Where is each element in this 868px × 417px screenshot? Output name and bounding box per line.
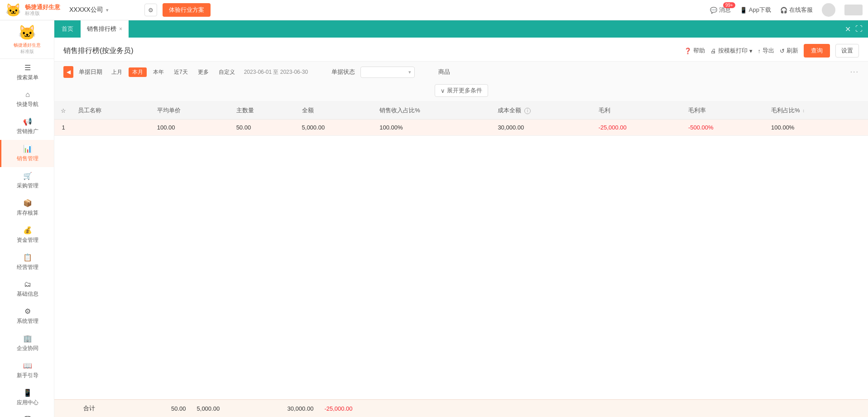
collapse-filter-button[interactable]: ◀ — [63, 66, 73, 78]
status-select[interactable] — [360, 67, 415, 78]
col-name: 员工名称 — [72, 102, 152, 120]
col-amount: 全额 — [297, 102, 374, 120]
goods-filter-label: 商品 — [438, 68, 450, 76]
date-tab-this-year[interactable]: 本年 — [149, 67, 168, 77]
chevron-down-expand-icon: ∨ — [441, 87, 445, 94]
sidebar-label-basic: 基础信息 — [17, 290, 38, 298]
sidebar-label-enterprise: 企业协同 — [17, 345, 38, 352]
tab-sales-rank-label: 销售排行榜 — [87, 25, 116, 33]
cell-gross-pct: 100.00% — [766, 120, 868, 136]
tab-sales-rank[interactable]: 销售排行榜 × — [81, 20, 129, 38]
settings-icon[interactable]: ⚙ — [144, 4, 157, 16]
sidebar-item-finance[interactable]: 💰 资金管理 — [0, 221, 54, 249]
sidebar-label-marketing: 营销推广 — [17, 128, 38, 135]
message-button[interactable]: 💬 消息 99+ — [710, 6, 731, 14]
print-icon: 🖨 — [710, 48, 716, 54]
tab-bar-right: ✕ ⛶ — [845, 25, 868, 34]
help-icon: ❓ — [684, 48, 691, 54]
cost-info-icon[interactable]: i — [524, 108, 531, 114]
cell-index: 1 — [54, 120, 72, 136]
date-tab-7days[interactable]: 近7天 — [170, 67, 192, 77]
tab-home-label: 首页 — [62, 25, 73, 33]
col-sales-pct: 销售收入占比% — [374, 102, 492, 120]
window-maximize-icon[interactable]: ⛶ — [855, 25, 863, 33]
cell-gross: -25,000.00 — [593, 120, 683, 136]
sidebar-item-basic[interactable]: 🗂 基础信息 — [0, 276, 54, 302]
app-download-button[interactable]: 📱 App下载 — [740, 6, 771, 14]
home-icon: ⌂ — [25, 91, 30, 99]
goods-more-icon[interactable]: ··· — [850, 68, 859, 76]
company-name: XXXXX公司 — [69, 6, 103, 14]
col-gross-pct: 毛利占比% ↕ — [766, 102, 868, 120]
sidebar-label-sales: 销售管理 — [17, 155, 38, 163]
sidebar-logo-text: 畅捷通好生意 — [14, 42, 41, 48]
sidebar-label-app-center: 应用中心 — [17, 399, 38, 407]
logo-icon: 🐱 — [5, 3, 21, 18]
sidebar-item-enterprise[interactable]: 🏢 企业协同 — [0, 330, 54, 357]
sidebar-logo-icon: 🐱 — [18, 24, 36, 41]
page-title: 销售排行榜(按业务员) — [63, 46, 134, 56]
query-button[interactable]: 查询 — [804, 44, 830, 58]
sidebar-item-guide[interactable]: 📖 新手引导 — [0, 357, 54, 384]
refresh-icon: ↺ — [780, 48, 785, 54]
date-tab-more[interactable]: 更多 — [194, 67, 212, 77]
date-tab-custom[interactable]: 自定义 — [215, 67, 239, 77]
trial-button[interactable]: 体验行业方案 — [163, 3, 211, 17]
date-tab-this-month[interactable]: 本月 — [129, 67, 147, 77]
sidebar-item-marketing[interactable]: 📢 营销推广 — [0, 113, 54, 140]
expand-filter-button[interactable]: ∨ 展开更多条件 — [435, 84, 488, 97]
page-header: 销售排行榜(按业务员) ❓ 帮助 🖨 按模板打印 ▾ ↑ 导出 — [54, 38, 868, 62]
online-service-button[interactable]: 🎧 在线客服 — [780, 6, 813, 14]
sidebar-label-search: 搜索菜单 — [17, 74, 38, 81]
sidebar-item-app-center[interactable]: 📱 应用中心 — [0, 384, 54, 411]
app-version: 标准版 — [25, 10, 60, 16]
help-button[interactable]: ❓ 帮助 — [684, 47, 705, 55]
sidebar-item-system[interactable]: ⚙ 系统管理 — [0, 302, 54, 330]
col-cost: 成本全额 i — [492, 102, 593, 120]
cell-sales-pct: 100.00% — [374, 120, 492, 136]
window-close-icon[interactable]: ✕ — [845, 25, 851, 34]
sidebar-item-wechat[interactable]: 💬 企业微信 — [0, 411, 54, 417]
print-chevron-icon: ▾ — [749, 48, 753, 54]
col-index: ☆ — [54, 102, 72, 120]
content-area: 首页 销售排行榜 × ✕ ⛶ 销售排行榜(按业务员) ❓ 帮助 — [54, 20, 868, 417]
top-right-actions: 💬 消息 99+ 📱 App下载 🎧 在线客服 — [710, 3, 863, 17]
export-button[interactable]: ↑ 导出 — [758, 47, 775, 55]
avatar[interactable] — [822, 3, 835, 17]
main-layout: 🐱 畅捷通好生意 标准版 ☰ 搜索菜单 ⌂ 快捷导航 📢 营销推广 📊 销售管理… — [0, 20, 868, 417]
sidebar-label-finance: 资金管理 — [17, 236, 38, 244]
tab-bar: 首页 销售排行榜 × ✕ ⛶ — [54, 20, 868, 38]
page-content: 销售排行榜(按业务员) ❓ 帮助 🖨 按模板打印 ▾ ↑ 导出 — [54, 38, 868, 417]
refresh-button[interactable]: ↺ 刷新 — [780, 47, 798, 55]
footer-amount-total: 5,000.00 — [192, 405, 237, 412]
sidebar-item-quick-nav[interactable]: ⌂ 快捷导航 — [0, 86, 54, 113]
sidebar-item-business[interactable]: 📋 经营管理 — [0, 249, 54, 276]
date-tabs: 上月 本月 本年 近7天 更多 自定义 — [108, 67, 239, 77]
footer-gross-total: -25,000.00 — [319, 405, 358, 412]
filter-area: ◀ 单据日期 上月 本月 本年 近7天 更多 自定义 2023-06-01 至 … — [54, 62, 868, 102]
sidebar-label-quick-nav: 快捷导航 — [17, 101, 38, 108]
cell-cost: 30,000.00 — [492, 120, 593, 136]
gross-pct-sort-icon[interactable]: ↕ — [802, 108, 805, 113]
tab-home[interactable]: 首页 — [54, 20, 81, 38]
sidebar: 🐱 畅捷通好生意 标准版 ☰ 搜索菜单 ⌂ 快捷导航 📢 营销推广 📊 销售管理… — [0, 20, 54, 417]
table-row: 1 100.00 50.00 5,000.00 100.00% 30,000.0… — [54, 120, 868, 136]
user-name — [844, 5, 863, 15]
sidebar-item-sales[interactable]: 📊 销售管理 — [0, 140, 54, 167]
date-range-display: 2023-06-01 至 2023-06-30 — [244, 68, 308, 76]
page-actions: ❓ 帮助 🖨 按模板打印 ▾ ↑ 导出 ↺ 刷新 — [684, 44, 859, 58]
sidebar-item-inventory[interactable]: 📦 库存核算 — [0, 194, 54, 221]
tab-close-icon[interactable]: × — [119, 26, 122, 32]
sidebar-item-search[interactable]: ☰ 搜索菜单 — [0, 59, 54, 86]
message-badge: 99+ — [723, 2, 735, 8]
col-avg-price: 平均单价 — [152, 102, 231, 120]
company-selector[interactable]: XXXXX公司 ▾ — [69, 6, 142, 14]
footer-cost-total: 30,000.00 — [282, 405, 319, 412]
data-table: ☆ 员工名称 平均单价 主数量 全额 销售收入占比% 成本全额 i — [54, 102, 868, 136]
col-qty: 主数量 — [231, 102, 297, 120]
date-tab-prev-month[interactable]: 上月 — [108, 67, 126, 77]
inventory-icon: 📦 — [23, 199, 32, 207]
print-button[interactable]: 🖨 按模板打印 ▾ — [710, 47, 753, 55]
settings-button[interactable]: 设置 — [835, 44, 859, 58]
sidebar-item-purchase[interactable]: 🛒 采购管理 — [0, 167, 54, 194]
